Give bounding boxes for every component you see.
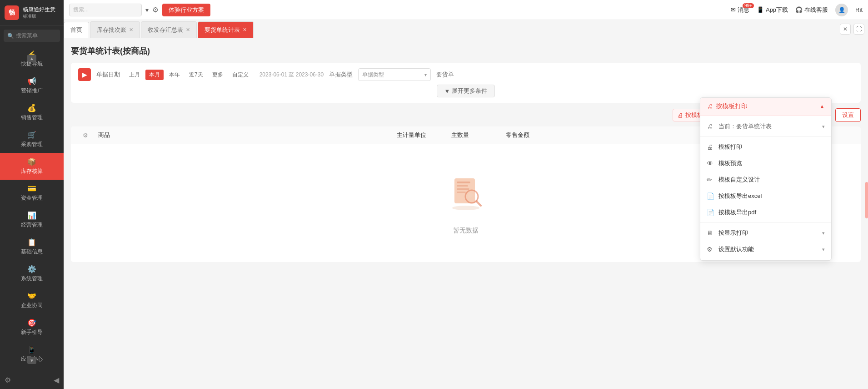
sidebar-item-basic[interactable]: 📋 基础信息	[0, 233, 64, 260]
sidebar-item-marketing[interactable]: 📢 营销推广	[0, 72, 64, 99]
display-print-arrow: ▾	[822, 230, 825, 236]
template-print-item[interactable]: 🖨 模板打印	[700, 139, 831, 155]
table-col-settings[interactable]: ⚙	[76, 126, 95, 144]
settings-footer-icon[interactable]: ⚙	[5, 376, 11, 384]
date-current-month-btn[interactable]: 本月	[145, 70, 164, 80]
tab-receipt-summary-close[interactable]: ✕	[186, 27, 190, 33]
sidebar-item-wechat[interactable]: 💬 企业微信	[0, 368, 64, 371]
topbar: 搜索... ▾ ⚙ 体验行业方案 ✉ 消息 99+ 📱 App下载 🎧 在线客服…	[64, 0, 868, 20]
empty-state-icon	[445, 172, 486, 221]
appstore-icon: 📱	[27, 345, 36, 354]
sidebar-item-collab[interactable]: 🤝 企业协同	[0, 287, 64, 314]
type-filter-select[interactable]: 单据类型 ▾	[358, 68, 431, 81]
industry-solution-button[interactable]: 体验行业方案	[162, 4, 210, 16]
sidebar-footer: ⚙ ◀	[0, 371, 64, 389]
sidebar-nav: ⚡ 快捷导航 📢 营销推广 💰 销售管理 🛒 采购管理 📦 库存核算 💳 资金管…	[0, 45, 64, 371]
template-preview-item[interactable]: 👁 模板预览	[700, 155, 831, 172]
topbar-right: ✉ 消息 99+ 📱 App下载 🎧 在线客服 👤 Rit	[731, 4, 863, 16]
default-settings-icon: ⚙	[707, 246, 715, 253]
settings-button[interactable]: 设置	[835, 108, 861, 122]
topbar-dropdown-arrow[interactable]: ▾	[145, 6, 149, 14]
template-design-icon: ✏	[707, 176, 715, 183]
purchase-icon: 🛒	[27, 131, 36, 139]
page-title: 要货单统计表(按商品)	[71, 45, 861, 56]
template-print-icon: 🖨	[707, 143, 715, 151]
print-dropdown-header: 🖨 按模板打印 ▲	[700, 98, 831, 116]
topbar-gear-icon[interactable]: ⚙	[152, 5, 159, 14]
sidebar-item-sales[interactable]: 💰 销售管理	[0, 99, 64, 126]
svg-point-8	[468, 193, 473, 197]
sidebar-item-system[interactable]: ⚙️ 系统管理	[0, 260, 64, 287]
tab-window-controls: ✕ ⛶	[840, 24, 864, 35]
date-last-month-btn[interactable]: 上月	[125, 70, 144, 80]
sidebar-item-inventory[interactable]: 📦 库存核算	[0, 153, 64, 180]
guide-icon: 🎯	[27, 318, 36, 327]
message-button[interactable]: ✉ 消息 99+	[731, 6, 749, 14]
marketing-icon: 📢	[27, 77, 36, 86]
tab-batch-account[interactable]: 库存批次账 ✕	[90, 21, 140, 38]
display-print-item[interactable]: 🖥 按显示打印 ▾	[700, 225, 831, 241]
print-divider-2	[700, 222, 831, 223]
basic-icon: 📋	[27, 238, 36, 247]
operations-icon: 📊	[27, 211, 36, 220]
tab-maximize-button[interactable]: ⛶	[853, 24, 864, 35]
sidebar-item-finance[interactable]: 💳 资金管理	[0, 180, 64, 207]
scroll-indicator[interactable]	[865, 182, 868, 218]
date-last-7days-btn[interactable]: 近7天	[185, 70, 207, 80]
print-divider-1	[700, 136, 831, 137]
display-print-icon: 🖥	[707, 229, 715, 237]
order-type-label: 要货单	[436, 71, 454, 79]
tab-bar: 首页 库存批次账 ✕ 收发存汇总表 ✕ 要货单统计表 ✕ ✕ ⛶	[64, 20, 868, 38]
print-dropdown-title-icon: 🖨	[707, 103, 713, 110]
topbar-search-box[interactable]: 搜索...	[69, 4, 142, 16]
date-custom-btn[interactable]: 自定义	[229, 70, 252, 80]
tab-home[interactable]: 首页	[64, 22, 89, 38]
date-filter-label: 单据日期	[96, 71, 120, 79]
print-dropdown-collapse-arrow[interactable]: ▲	[819, 103, 825, 110]
tab-close-window-button[interactable]: ✕	[840, 24, 851, 35]
table-col-product: 商品	[95, 126, 393, 144]
template-design-item[interactable]: ✏ 模板自定义设计	[700, 172, 831, 188]
date-more-btn[interactable]: 更多	[209, 70, 227, 80]
online-service-button[interactable]: 🎧 在线客服	[795, 6, 828, 14]
finance-icon: 💳	[27, 184, 36, 193]
collapse-sidebar-icon[interactable]: ◀	[54, 376, 59, 384]
sidebar-scroll-up[interactable]: ▲	[27, 55, 36, 62]
default-settings-arrow: ▾	[822, 247, 825, 253]
print-dropdown-title: 🖨 按模板打印	[707, 102, 748, 111]
printer-icon: 🖨	[678, 112, 683, 119]
sidebar-search[interactable]: 🔍 搜索菜单	[4, 30, 60, 42]
tab-order-stats-close[interactable]: ✕	[243, 27, 247, 33]
tab-receipt-summary[interactable]: 收发存汇总表 ✕	[141, 21, 197, 38]
svg-line-7	[476, 201, 481, 206]
template-export-pdf-item[interactable]: 📄 按模板导出pdf	[700, 204, 831, 221]
filter-card: ▶ 单据日期 上月 本月 本年 近7天 更多 自定义 2023-06-01 至 …	[71, 63, 861, 103]
default-settings-item[interactable]: ⚙ 设置默认功能 ▾	[700, 241, 831, 258]
main-area: 搜索... ▾ ⚙ 体验行业方案 ✉ 消息 99+ 📱 App下载 🎧 在线客服…	[64, 0, 868, 389]
tab-batch-account-close[interactable]: ✕	[129, 27, 133, 33]
message-icon: ✉	[731, 6, 736, 13]
svg-rect-2	[457, 182, 470, 183]
empty-state-text: 暂无数据	[453, 227, 479, 235]
filter-row-1: ▶ 单据日期 上月 本月 本年 近7天 更多 自定义 2023-06-01 至 …	[78, 68, 853, 81]
app-logo-icon: 畅	[5, 5, 19, 20]
tab-order-stats[interactable]: 要货单统计表 ✕	[198, 21, 254, 38]
expand-more-button[interactable]: ▼ 展开更多条件	[437, 85, 495, 97]
user-avatar[interactable]: 👤	[835, 4, 848, 16]
date-current-year-btn[interactable]: 本年	[165, 70, 184, 80]
sidebar-item-guide[interactable]: 🎯 新手引导	[0, 314, 64, 341]
print-current-template[interactable]: 🖨 当前：要货单统计表 ▾	[700, 118, 831, 135]
template-excel-icon: 📄	[707, 192, 715, 200]
type-filter-label: 单据类型	[329, 71, 353, 79]
filter-expand-toggle[interactable]: ▶	[78, 68, 91, 81]
sidebar-scroll-down[interactable]: ▼	[27, 357, 36, 364]
app-download-button[interactable]: 📱 App下载	[757, 6, 788, 14]
template-pdf-icon: 📄	[707, 209, 715, 216]
svg-point-0	[452, 206, 479, 210]
app-download-icon: 📱	[757, 6, 764, 13]
date-range-display: 2023-06-01 至 2023-06-30	[259, 71, 324, 79]
sidebar-item-purchase[interactable]: 🛒 采购管理	[0, 126, 64, 153]
template-export-excel-item[interactable]: 📄 按模板导出excel	[700, 188, 831, 204]
sales-icon: 💰	[27, 104, 36, 112]
sidebar-item-operations[interactable]: 📊 经营管理	[0, 207, 64, 233]
